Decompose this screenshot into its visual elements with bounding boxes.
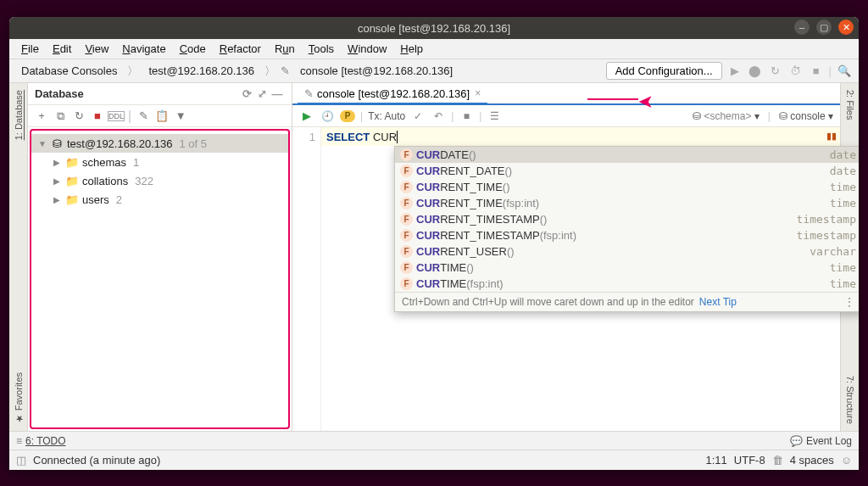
- console-picker[interactable]: ⛁ console ▾: [779, 110, 833, 122]
- sync-icon[interactable]: ⟳: [239, 87, 254, 102]
- tool-database[interactable]: 1: Database: [14, 90, 24, 140]
- autocomplete-type: time: [830, 181, 856, 193]
- autocomplete-item[interactable]: FCURRENT_TIME()time: [395, 179, 859, 195]
- toggle-tool-windows-icon[interactable]: ◫: [16, 454, 26, 466]
- datasource-icon: ⛁: [50, 137, 64, 150]
- menu-tools[interactable]: Tools: [303, 41, 339, 57]
- collapse-icon[interactable]: —: [270, 87, 285, 102]
- menu-code[interactable]: Code: [175, 41, 211, 57]
- commit-icon[interactable]: ✓: [410, 110, 426, 122]
- autocomplete-name: CURRENT_USER(): [416, 245, 515, 258]
- autocomplete-item[interactable]: FCURRENT_DATE()date: [395, 163, 859, 179]
- tree-collations[interactable]: ▶ 📁 collations 322: [31, 171, 288, 190]
- autocomplete-item[interactable]: FCURRENT_TIME(fsp:int)time: [395, 195, 859, 211]
- autocomplete-item[interactable]: FCURRENT_TIMESTAMP()timestamp: [395, 211, 859, 227]
- next-tip-link[interactable]: Next Tip: [699, 296, 737, 308]
- tree-root-label: test@192.168.20.136: [67, 137, 173, 150]
- autocomplete-name: CURRENT_TIMESTAMP(): [416, 213, 547, 226]
- tool-structure[interactable]: 7: Structure: [845, 376, 855, 424]
- autocomplete-type: timestamp: [797, 229, 856, 242]
- breadcrumb-1[interactable]: test@192.168.20.136: [143, 63, 259, 79]
- database-sidebar: Database ⟳ ⤢ — + ⧉ ↻ ■ DDL | ✎ 📋 ▼ ▼: [28, 83, 292, 431]
- run-icon[interactable]: ▶: [727, 64, 743, 79]
- breadcrumb-2[interactable]: console [test@192.168.20.136]: [295, 63, 458, 79]
- popup-more-icon[interactable]: ⋮: [844, 296, 854, 308]
- menu-file[interactable]: File: [16, 41, 44, 57]
- tab-close-icon[interactable]: ×: [473, 87, 481, 99]
- folder-icon: 📁: [65, 193, 79, 206]
- menu-run[interactable]: Run: [270, 41, 300, 57]
- tx-label[interactable]: Tx: Auto: [368, 110, 405, 122]
- menu-refactor[interactable]: Refactor: [214, 41, 266, 57]
- expand-icon[interactable]: ⤢: [254, 87, 270, 102]
- status-message: Connected (a minute ago): [33, 454, 160, 466]
- code-line-1[interactable]: SELECT CUR: [321, 127, 840, 146]
- autocomplete-item[interactable]: FCURRENT_TIMESTAMP(fsp:int)timestamp: [395, 227, 859, 243]
- schema-picker[interactable]: ⛁ <schema> ▾: [693, 110, 760, 122]
- stop-icon[interactable]: ■: [89, 109, 106, 122]
- add-configuration-button[interactable]: Add Configuration...: [606, 62, 722, 80]
- profile-icon[interactable]: ⏱: [788, 64, 804, 79]
- rollback-icon[interactable]: ↶: [431, 110, 446, 122]
- autocomplete-item[interactable]: FCURTIME()time: [395, 260, 859, 276]
- menu-edit[interactable]: Edit: [47, 41, 76, 57]
- ddl-icon[interactable]: DDL: [108, 111, 125, 121]
- tool-favorites[interactable]: ★ Favorites: [13, 372, 24, 424]
- autocomplete-type: time: [830, 197, 856, 209]
- autocomplete-name: CURRENT_TIME(fsp:int): [416, 197, 539, 209]
- menu-navigate[interactable]: Navigate: [117, 41, 170, 57]
- debug-icon[interactable]: ⬤: [748, 64, 763, 79]
- paste-icon[interactable]: 📋: [153, 109, 170, 122]
- pin-icon[interactable]: P: [340, 110, 355, 122]
- tab-console[interactable]: ✎ console [test@192.168.20.136] ×: [298, 85, 487, 104]
- editor-tabs: ✎ console [test@192.168.20.136] ×: [292, 83, 840, 105]
- minimize-button[interactable]: –: [794, 20, 810, 35]
- tree-users[interactable]: ▶ 📁 users 2: [31, 190, 288, 209]
- nav-row: Database Consoles 〉 test@192.168.20.136 …: [9, 59, 859, 83]
- status-bar: ◫ Connected (a minute ago) 1:11 UTF-8 🗑 …: [9, 450, 859, 470]
- caret-position[interactable]: 1:11: [706, 454, 727, 466]
- popup-tip-text: Ctrl+Down and Ctrl+Up will move caret do…: [402, 296, 694, 308]
- edit-icon[interactable]: ✎: [135, 109, 152, 122]
- autocomplete-type: date: [830, 148, 856, 161]
- readonly-icon[interactable]: 🗑: [772, 454, 783, 466]
- breadcrumb-0[interactable]: Database Consoles: [16, 63, 122, 79]
- cancel-query-icon[interactable]: ■: [459, 110, 474, 122]
- run-query-icon[interactable]: ▶: [299, 109, 314, 122]
- autocomplete-item[interactable]: FCURRENT_USER()varchar: [395, 243, 859, 260]
- autocomplete-type: time: [830, 277, 856, 290]
- function-badge-icon: F: [400, 261, 413, 274]
- menu-help[interactable]: Help: [395, 41, 428, 57]
- add-icon[interactable]: +: [33, 109, 50, 122]
- tree-schemas[interactable]: ▶ 📁 schemas 1: [31, 153, 288, 171]
- menubar: File Edit View Navigate Code Refactor Ru…: [9, 39, 859, 59]
- tool-files[interactable]: 2: Files: [845, 90, 855, 120]
- autocomplete-item[interactable]: FCURDATE()date: [395, 147, 859, 163]
- tab-label: console [test@192.168.20.136]: [317, 87, 470, 100]
- sql-editor[interactable]: 1 SELECT CUR ▮▮ FCURDATE()dateFCURRENT_D…: [292, 127, 840, 431]
- copy-icon[interactable]: ⧉: [52, 109, 69, 123]
- file-encoding[interactable]: UTF-8: [734, 454, 765, 466]
- indent-setting[interactable]: 4 spaces: [790, 454, 834, 466]
- maximize-button[interactable]: ▢: [816, 20, 832, 35]
- chevron-right-icon: ▶: [53, 195, 62, 204]
- search-icon[interactable]: 🔍: [837, 64, 852, 79]
- coverage-icon[interactable]: ↻: [768, 64, 783, 79]
- sidebar-header: Database ⟳ ⤢ —: [28, 83, 292, 105]
- tool-window-bar: ≡ 6: TODO 💬 Event Log: [9, 431, 859, 450]
- settings-icon[interactable]: ☰: [487, 110, 502, 122]
- event-log-button[interactable]: 💬 Event Log: [790, 435, 852, 447]
- todo-button[interactable]: 6: TODO: [25, 435, 66, 447]
- menu-window[interactable]: Window: [342, 41, 392, 57]
- inspector-icon[interactable]: ☺: [841, 454, 852, 466]
- autocomplete-name: CURRENT_TIME(): [416, 181, 510, 193]
- history-icon[interactable]: 🕘: [320, 110, 335, 122]
- refresh-icon[interactable]: ↻: [70, 109, 87, 122]
- close-button[interactable]: ✕: [838, 20, 854, 35]
- menu-view[interactable]: View: [80, 41, 114, 57]
- tree-root[interactable]: ▼ ⛁ test@192.168.20.136 1 of 5: [31, 134, 288, 153]
- function-badge-icon: F: [400, 213, 413, 226]
- stop-icon[interactable]: ■: [809, 64, 824, 79]
- autocomplete-item[interactable]: FCURTIME(fsp:int)time: [395, 276, 859, 292]
- filter-icon[interactable]: ▼: [172, 109, 189, 122]
